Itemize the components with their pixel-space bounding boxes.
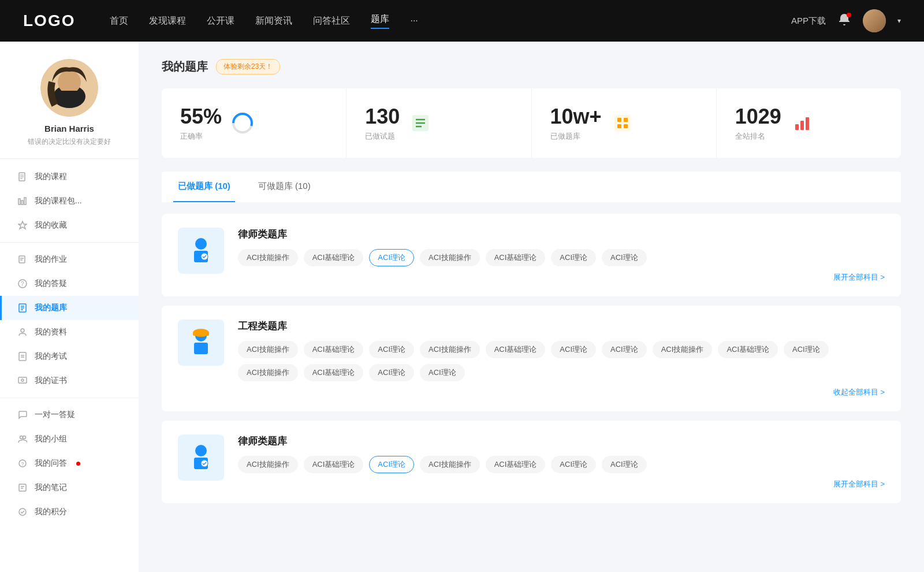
- tag[interactable]: ACI基础理论: [304, 249, 364, 266]
- menu-notes[interactable]: 我的笔记: [0, 476, 139, 500]
- nav-qbank[interactable]: 题库: [371, 13, 389, 29]
- tag[interactable]: ACI技能操作: [238, 456, 298, 473]
- nav-news[interactable]: 新闻资讯: [255, 15, 292, 27]
- menu-label: 我的问答: [35, 458, 67, 469]
- tab-available[interactable]: 可做题库 (10): [254, 172, 315, 202]
- tag[interactable]: ACI基础理论: [304, 364, 364, 381]
- nav-discover[interactable]: 发现课程: [149, 15, 186, 27]
- qbank-card: 律师类题库 ACI技能操作 ACI基础理论 ACI理论 ACI技能操作 ACI基…: [162, 214, 901, 296]
- tag-selected[interactable]: ACI理论: [369, 456, 414, 473]
- trial-badge: 体验剩余23天！: [216, 59, 280, 75]
- stat-rank: 1029 全站排名: [717, 88, 901, 158]
- menu-my-qa[interactable]: ? 我的问答: [0, 451, 139, 476]
- menu-label: 我的证书: [35, 376, 67, 386]
- notification-bell[interactable]: [837, 13, 851, 29]
- collapse-link[interactable]: 收起全部科目 >: [238, 387, 885, 398]
- stat-done-questions: 130 已做试题: [346, 88, 531, 158]
- tag[interactable]: ACI基础理论: [486, 341, 546, 358]
- nav-more[interactable]: ···: [410, 16, 418, 26]
- notification-dot: [847, 13, 851, 17]
- tag-selected[interactable]: ACI理论: [369, 249, 414, 266]
- svg-text:?: ?: [21, 461, 24, 467]
- tag[interactable]: ACI理论: [551, 249, 596, 266]
- svg-rect-41: [617, 118, 621, 122]
- tag[interactable]: ACI技能操作: [420, 249, 480, 266]
- menu-favorites[interactable]: 我的收藏: [0, 213, 139, 237]
- menu-tutor[interactable]: 一对一答疑: [0, 403, 139, 427]
- tag[interactable]: ACI理论: [551, 456, 596, 473]
- tag[interactable]: ACI基础理论: [304, 456, 364, 473]
- score-icon: [17, 507, 28, 517]
- qbank-card: 工程类题库 ACI技能操作 ACI基础理论 ACI理论 ACI技能操作 ACI基…: [162, 306, 901, 411]
- tag[interactable]: ACI理论: [369, 341, 414, 358]
- navbar: LOGO 首页 发现课程 公开课 新闻资讯 问答社区 题库 ··· APP下载 …: [0, 0, 924, 42]
- svg-point-25: [21, 379, 24, 381]
- tag[interactable]: ACI技能操作: [238, 364, 298, 381]
- expand-link[interactable]: 展开全部科目 >: [238, 272, 885, 283]
- tag[interactable]: ACI基础理论: [718, 341, 778, 358]
- stat-number: 1029: [735, 105, 781, 129]
- menu-label: 我的资料: [35, 327, 67, 337]
- nav-home[interactable]: 首页: [110, 15, 128, 27]
- menu-qbank[interactable]: 我的题库: [0, 296, 139, 320]
- profile-section: Brian Harris 错误的决定比没有决定要好: [0, 59, 139, 159]
- menu-homework[interactable]: 我的作业: [0, 247, 139, 272]
- menu-exam[interactable]: 我的考试: [0, 344, 139, 369]
- nav-open[interactable]: 公开课: [207, 15, 234, 27]
- stats-row: 55% 正确率 130 已做试题: [162, 88, 901, 158]
- tag[interactable]: ACI理论: [369, 364, 414, 381]
- profile-motto: 错误的决定比没有决定要好: [28, 137, 111, 147]
- menu-profile[interactable]: 我的资料: [0, 320, 139, 344]
- menu-questions[interactable]: ? 我的答疑: [0, 272, 139, 296]
- stat-number: 130: [365, 105, 400, 129]
- tag[interactable]: ACI基础理论: [486, 249, 546, 266]
- engineer-icon: [178, 320, 224, 366]
- menu-group[interactable]: 我的小组: [0, 427, 139, 451]
- menu-my-courses[interactable]: 我的课程: [0, 165, 139, 189]
- book-icon: [17, 303, 28, 313]
- tag[interactable]: ACI理论: [602, 249, 647, 266]
- svg-rect-21: [19, 352, 26, 361]
- tag[interactable]: ACI技能操作: [420, 456, 480, 473]
- group-icon: [17, 434, 28, 444]
- svg-rect-42: [624, 118, 628, 122]
- tag[interactable]: ACI技能操作: [653, 341, 713, 358]
- tag[interactable]: ACI理论: [784, 341, 829, 358]
- tag[interactable]: ACI理论: [602, 341, 647, 358]
- svg-rect-47: [806, 117, 809, 130]
- tag[interactable]: ACI基础理论: [486, 456, 546, 473]
- menu-course-pack[interactable]: 我的课程包...: [0, 189, 139, 213]
- expand-link-2[interactable]: 展开全部科目 >: [238, 479, 885, 489]
- svg-rect-8: [21, 200, 23, 205]
- sidebar: Brian Harris 错误的决定比没有决定要好 我的课程 我的课程包...: [0, 42, 139, 572]
- nav-qa[interactable]: 问答社区: [313, 15, 350, 27]
- page-title: 我的题库: [162, 59, 208, 75]
- tag[interactable]: ACI理论: [602, 456, 647, 473]
- svg-rect-7: [18, 199, 20, 205]
- menu-points[interactable]: 我的积分: [0, 500, 139, 524]
- tag[interactable]: ACI技能操作: [238, 249, 298, 266]
- app-download[interactable]: APP下载: [791, 16, 826, 27]
- stat-label: 已做题库: [550, 131, 602, 142]
- tag[interactable]: ACI技能操作: [238, 341, 298, 358]
- avatar-chevron[interactable]: ▾: [897, 17, 901, 25]
- stat-number: 55%: [180, 105, 222, 129]
- avatar-illustration: [40, 59, 98, 117]
- lawyer-icon-2: [178, 434, 224, 481]
- svg-rect-9: [24, 198, 26, 205]
- grid-icon: [611, 112, 634, 135]
- tag[interactable]: ACI理论: [551, 341, 596, 358]
- tag[interactable]: ACI理论: [420, 364, 465, 381]
- svg-rect-54: [193, 333, 209, 336]
- stat-label: 已做试题: [365, 131, 400, 142]
- profile-name: Brian Harris: [44, 124, 94, 133]
- tab-done[interactable]: 已做题库 (10): [173, 172, 235, 202]
- qbank-list: 律师类题库 ACI技能操作 ACI基础理论 ACI理论 ACI技能操作 ACI基…: [162, 214, 901, 503]
- menu-cert[interactable]: 我的证书: [0, 369, 139, 393]
- tag[interactable]: ACI基础理论: [304, 341, 364, 358]
- svg-rect-52: [194, 343, 208, 354]
- tag[interactable]: ACI技能操作: [420, 341, 480, 358]
- qbank-content: 工程类题库 ACI技能操作 ACI基础理论 ACI理论 ACI技能操作 ACI基…: [238, 320, 885, 398]
- svg-rect-46: [800, 121, 804, 130]
- avatar[interactable]: [863, 9, 886, 32]
